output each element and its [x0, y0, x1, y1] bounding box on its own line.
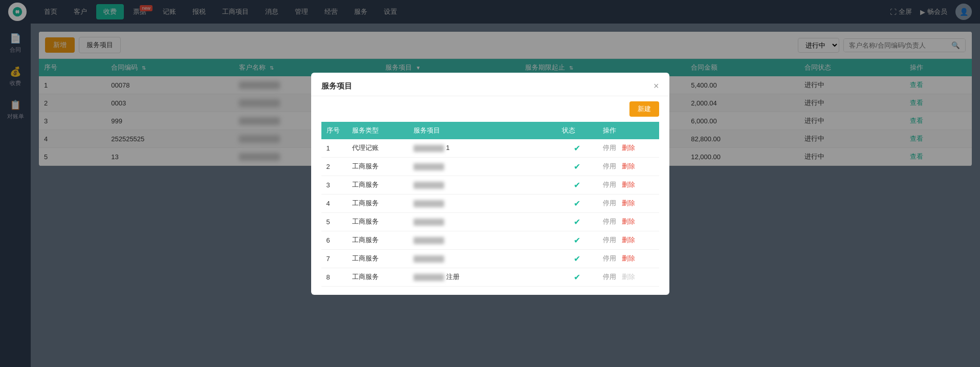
modal-cell-type: 工商服务: [347, 176, 408, 194]
status-active-icon: ✔: [574, 273, 580, 282]
modal-cell-type: 工商服务: [347, 157, 408, 176]
stop-button[interactable]: 停用: [603, 236, 616, 244]
modal-cell-seq: 4: [321, 194, 347, 212]
modal-col-item: 服务项目: [408, 122, 557, 139]
modal-cell-type: 代理记账: [347, 139, 408, 158]
service-items-table: 序号 服务类型 服务项目 状态 操作 1 代理记账 1 ✔ 停用 删除 2: [321, 122, 659, 287]
modal-table-row: 2 工商服务 ✔ 停用 删除: [321, 157, 659, 176]
stop-button[interactable]: 停用: [603, 181, 616, 188]
modal-cell-status: ✔: [557, 139, 598, 158]
modal-table-row: 7 工商服务 ✔ 停用 删除: [321, 249, 659, 268]
modal-cell-seq: 7: [321, 249, 347, 268]
modal-cell-status: ✔: [557, 212, 598, 231]
status-active-icon: ✔: [574, 199, 580, 208]
modal-cell-item: [408, 231, 557, 249]
modal-new-button[interactable]: 新建: [629, 101, 659, 117]
modal-table-row: 4 工商服务 ✔ 停用 删除: [321, 194, 659, 212]
modal-cell-item: [408, 157, 557, 176]
modal-cell-seq: 2: [321, 157, 347, 176]
modal-cell-type: 工商服务: [347, 194, 408, 212]
modal-cell-item: [408, 249, 557, 268]
delete-button[interactable]: 删除: [622, 144, 635, 152]
modal-cell-actions: 停用 删除: [598, 194, 659, 212]
modal-cell-actions: 停用 删除: [598, 212, 659, 231]
stop-button[interactable]: 停用: [603, 144, 616, 152]
delete-button[interactable]: 删除: [622, 218, 635, 225]
modal-cell-actions: 停用 删除: [598, 268, 659, 286]
modal-table-row: 6 工商服务 ✔ 停用 删除: [321, 231, 659, 249]
modal-cell-item: [408, 176, 557, 194]
modal-cell-item: [408, 194, 557, 212]
modal-cell-seq: 1: [321, 139, 347, 158]
modal-col-type: 服务类型: [347, 122, 408, 139]
modal-cell-item: 1: [408, 139, 557, 158]
modal-cell-status: ✔: [557, 157, 598, 176]
modal-overlay[interactable]: 服务项目 × 新建 序号 服务类型 服务项目 状态 操作: [0, 0, 980, 367]
modal-toolbar: 新建: [311, 96, 669, 122]
modal-cell-actions: 停用 删除: [598, 139, 659, 158]
modal-cell-item: [408, 212, 557, 231]
modal-cell-status: ✔: [557, 194, 598, 212]
delete-button[interactable]: 删除: [622, 199, 635, 207]
modal-cell-seq: 8: [321, 268, 347, 286]
modal-col-status: 状态: [557, 122, 598, 139]
modal-cell-seq: 6: [321, 231, 347, 249]
modal-table-row: 5 工商服务 ✔ 停用 删除: [321, 212, 659, 231]
modal-table-row: 3 工商服务 ✔ 停用 删除: [321, 176, 659, 194]
modal-cell-item: 注册: [408, 268, 557, 286]
modal-cell-type: 工商服务: [347, 249, 408, 268]
stop-button[interactable]: 停用: [603, 162, 616, 170]
modal-col-actions: 操作: [598, 122, 659, 139]
modal-cell-type: 工商服务: [347, 212, 408, 231]
modal-cell-status: ✔: [557, 249, 598, 268]
modal-cell-type: 工商服务: [347, 268, 408, 286]
stop-button[interactable]: 停用: [603, 199, 616, 207]
modal-body: 序号 服务类型 服务项目 状态 操作 1 代理记账 1 ✔ 停用 删除 2: [311, 122, 669, 295]
modal-cell-status: ✔: [557, 176, 598, 194]
status-active-icon: ✔: [574, 218, 580, 226]
delete-button[interactable]: 删除: [622, 162, 635, 170]
delete-button[interactable]: 删除: [622, 181, 635, 188]
modal-cell-type: 工商服务: [347, 231, 408, 249]
modal-close-button[interactable]: ×: [654, 81, 659, 92]
modal-col-seq: 序号: [321, 122, 347, 139]
modal-cell-actions: 停用 删除: [598, 176, 659, 194]
delete-button[interactable]: 删除: [622, 273, 635, 280]
delete-button[interactable]: 删除: [622, 236, 635, 244]
status-active-icon: ✔: [574, 236, 580, 245]
service-items-modal: 服务项目 × 新建 序号 服务类型 服务项目 状态 操作: [311, 73, 669, 295]
modal-cell-actions: 停用 删除: [598, 249, 659, 268]
stop-button[interactable]: 停用: [603, 273, 616, 280]
status-active-icon: ✔: [574, 181, 580, 189]
modal-title: 服务项目: [321, 81, 352, 91]
modal-table-row: 1 代理记账 1 ✔ 停用 删除: [321, 139, 659, 158]
modal-cell-actions: 停用 删除: [598, 231, 659, 249]
modal-cell-actions: 停用 删除: [598, 157, 659, 176]
status-active-icon: ✔: [574, 254, 580, 263]
modal-table-row: 8 工商服务 注册 ✔ 停用 删除: [321, 268, 659, 286]
stop-button[interactable]: 停用: [603, 218, 616, 225]
delete-button[interactable]: 删除: [622, 254, 635, 262]
modal-cell-status: ✔: [557, 231, 598, 249]
status-active-icon: ✔: [574, 162, 580, 171]
stop-button[interactable]: 停用: [603, 254, 616, 262]
modal-cell-seq: 5: [321, 212, 347, 231]
modal-header: 服务项目 ×: [311, 73, 669, 96]
modal-cell-seq: 3: [321, 176, 347, 194]
modal-cell-status: ✔: [557, 268, 598, 286]
status-active-icon: ✔: [574, 144, 580, 153]
